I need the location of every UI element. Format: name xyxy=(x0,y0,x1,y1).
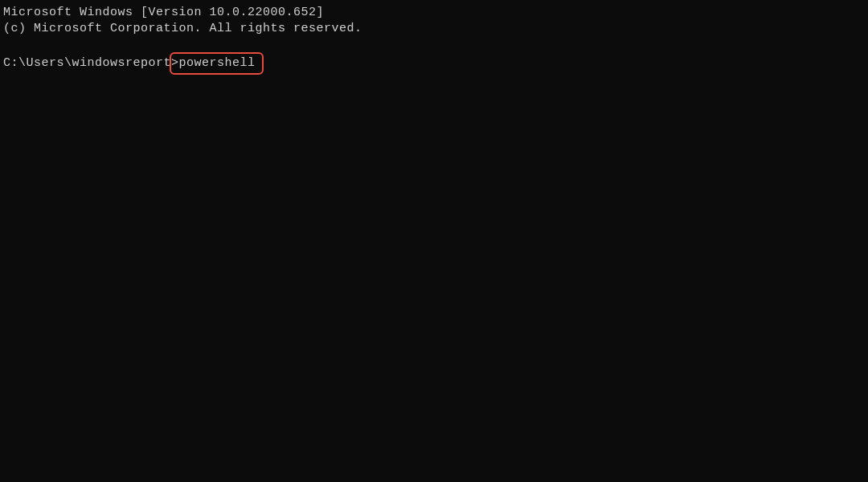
command-prompt-line[interactable]: C:\Users\windowsreport>powershell xyxy=(3,52,865,75)
os-banner-line-2: (c) Microsoft Corporation. All rights re… xyxy=(3,21,865,37)
typed-command[interactable]: powershell xyxy=(179,56,256,70)
prompt-symbol: > xyxy=(171,56,179,70)
os-banner-line-1: Microsoft Windows [Version 10.0.22000.65… xyxy=(3,5,865,21)
prompt-path: C:\Users\windowsreport xyxy=(3,56,171,70)
command-highlight-annotation: >powershell xyxy=(170,52,264,75)
